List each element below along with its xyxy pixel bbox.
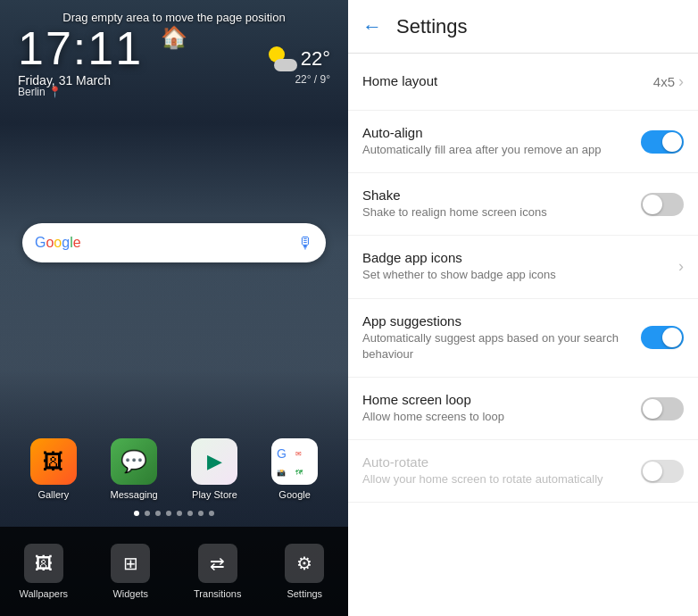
phone-location: Berlin 📍 xyxy=(18,86,62,98)
mic-icon[interactable]: 🎙 xyxy=(297,234,313,253)
settings-item-auto-align[interactable]: Auto-align Automatically fill area after… xyxy=(348,111,698,173)
auto-align-text: Auto-align Automatically fill area after… xyxy=(362,125,641,158)
home-layout-chevron: › xyxy=(678,72,684,91)
playstore-icon-img: ▶ xyxy=(191,438,237,485)
page-dot-2[interactable] xyxy=(145,511,150,516)
phone-time-area: 17:11 Friday, 31 March xyxy=(18,25,143,87)
settings-item-home-layout[interactable]: Home layout 4x5 › xyxy=(348,54,698,111)
messaging-label: Messaging xyxy=(111,489,158,500)
badge-chevron: › xyxy=(678,257,684,276)
app-suggestions-subtitle: Automatically suggest apps based on your… xyxy=(362,330,630,362)
auto-align-knob xyxy=(662,132,682,152)
app-google[interactable]: G ✉ 📸 🗺 Google xyxy=(271,438,318,500)
settings-item-shake[interactable]: Shake Shake to realign home screen icons xyxy=(348,173,698,236)
bottom-settings[interactable]: ⚙ Settings xyxy=(262,527,349,616)
auto-rotate-text: Auto-rotate Allow your home screen to ro… xyxy=(362,454,641,487)
settings-item-badge[interactable]: Badge app icons Set whether to show badg… xyxy=(348,236,698,298)
home-icon: 🏠 xyxy=(161,25,187,50)
shake-knob xyxy=(643,195,662,214)
settings-item-loop[interactable]: Home screen loop Allow home screens to l… xyxy=(348,378,698,440)
settings-icon: ⚙ xyxy=(285,544,324,583)
page-dots xyxy=(0,511,348,516)
settings-panel: ← Settings Home layout 4x5 › Auto-align … xyxy=(348,0,698,616)
shake-toggle[interactable] xyxy=(641,193,684,216)
loop-text: Home screen loop Allow home screens to l… xyxy=(362,392,641,425)
weather-widget: 22° 22° / 9° xyxy=(269,45,330,86)
bottom-widgets[interactable]: ⊞ Widgets xyxy=(87,527,175,616)
bottom-transitions[interactable]: ⇄ Transitions xyxy=(174,527,262,616)
google-logo: Google xyxy=(35,235,81,251)
badge-title: Badge app icons xyxy=(362,250,668,265)
weather-icon xyxy=(269,45,297,73)
bottom-bar: 🖼 Wallpapers ⊞ Widgets ⇄ Transitions ⚙ S… xyxy=(0,527,348,616)
shake-text: Shake Shake to realign home screen icons xyxy=(362,187,641,221)
transitions-icon: ⇄ xyxy=(198,544,237,583)
loop-knob xyxy=(643,399,662,419)
weather-temp: 22° xyxy=(301,47,330,71)
app-messaging[interactable]: 💬 Messaging xyxy=(111,438,158,500)
loop-toggle[interactable] xyxy=(641,397,684,420)
messaging-icon-img: 💬 xyxy=(111,438,157,485)
shake-subtitle: Shake to realign home screen icons xyxy=(362,204,630,221)
loop-title: Home screen loop xyxy=(362,392,630,407)
settings-list: Home layout 4x5 › Auto-align Automatical… xyxy=(348,54,698,616)
badge-text: Badge app icons Set whether to show badg… xyxy=(362,250,678,283)
playstore-label: Play Store xyxy=(192,489,237,500)
bottom-wallpapers[interactable]: 🖼 Wallpapers xyxy=(0,527,87,616)
google-label: Google xyxy=(278,489,310,500)
wallpapers-icon: 🖼 xyxy=(24,544,63,583)
transitions-label: Transitions xyxy=(194,588,241,599)
page-dot-1[interactable] xyxy=(134,511,139,516)
auto-rotate-toggle xyxy=(641,460,684,483)
page-dot-6[interactable] xyxy=(187,511,193,516)
google-search-bar[interactable]: Google 🎙 xyxy=(22,223,326,262)
page-dot-3[interactable] xyxy=(155,511,161,516)
shake-title: Shake xyxy=(362,187,630,203)
phone-time: 17:11 xyxy=(18,25,143,71)
page-dot-8[interactable] xyxy=(209,511,214,516)
app-gallery[interactable]: 🖼 Gallery xyxy=(30,438,77,500)
weather-range: 22° / 9° xyxy=(269,73,330,86)
app-icons-row: 🖼 Gallery 💬 Messaging ▶ Play Store G ✉ 📸… xyxy=(0,438,348,500)
app-suggestions-title: App suggestions xyxy=(362,313,630,329)
settings-header: ← Settings xyxy=(348,0,698,54)
home-layout-title: Home layout xyxy=(362,73,643,88)
settings-item-auto-rotate: Auto-rotate Allow your home screen to ro… xyxy=(348,440,698,503)
auto-rotate-title: Auto-rotate xyxy=(362,454,630,470)
page-dot-7[interactable] xyxy=(198,511,204,516)
auto-align-toggle[interactable] xyxy=(641,130,684,154)
badge-subtitle: Set whether to show badge app icons xyxy=(362,267,668,283)
back-button[interactable]: ← xyxy=(362,15,382,38)
gallery-icon-img: 🖼 xyxy=(30,438,77,485)
settings-label: Settings xyxy=(287,588,322,599)
auto-align-title: Auto-align xyxy=(362,125,630,140)
settings-title: Settings xyxy=(396,15,468,38)
app-suggestions-text: App suggestions Automatically suggest ap… xyxy=(362,313,641,362)
widgets-icon: ⊞ xyxy=(111,544,150,583)
google-icon-img: G ✉ 📸 🗺 xyxy=(271,438,318,485)
gallery-label: Gallery xyxy=(37,489,69,500)
app-playstore[interactable]: ▶ Play Store xyxy=(191,438,237,500)
page-dot-5[interactable] xyxy=(177,511,182,516)
home-layout-value: 4x5 xyxy=(653,74,675,89)
widgets-label: Widgets xyxy=(112,588,148,599)
home-layout-text: Home layout xyxy=(362,73,653,90)
wallpapers-label: Wallpapers xyxy=(19,588,68,599)
auto-rotate-knob xyxy=(643,462,662,481)
app-suggestions-toggle[interactable] xyxy=(641,326,684,349)
auto-rotate-subtitle: Allow your home screen to rotate automat… xyxy=(362,471,630,487)
loop-subtitle: Allow home screens to loop xyxy=(362,409,630,425)
page-dot-4[interactable] xyxy=(166,511,171,516)
app-suggestions-knob xyxy=(662,328,682,347)
auto-align-subtitle: Automatically fill area after you remove… xyxy=(362,142,630,158)
settings-item-app-suggestions[interactable]: App suggestions Automatically suggest ap… xyxy=(348,299,698,378)
phone-screen: Drag empty area to move the page positio… xyxy=(0,0,348,616)
